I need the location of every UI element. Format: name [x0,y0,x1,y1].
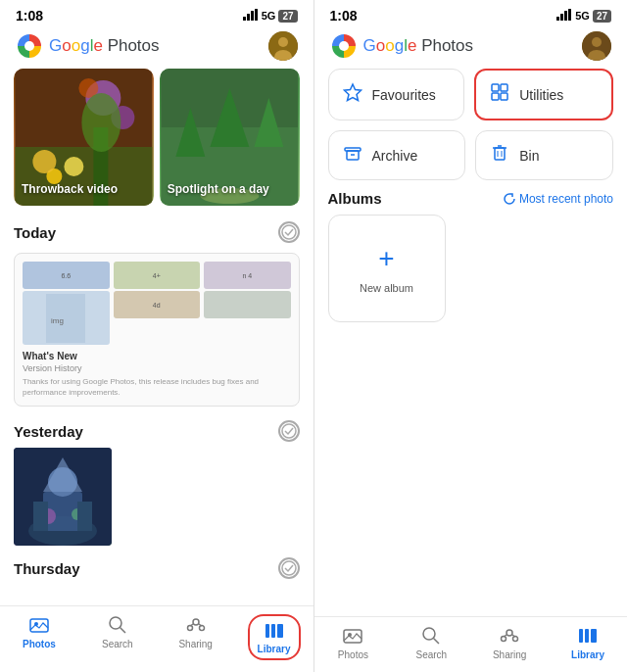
battery-right: 27 [593,10,611,23]
app-header-right: Google Photos [314,27,628,69]
most-recent-link[interactable]: Most recent photo [503,192,613,206]
yesterday-title: Yesterday [14,423,83,440]
svg-rect-36 [77,502,92,531]
preview-cell-4: 4d [114,291,201,318]
library-row-1: Favourites Utilities [328,69,614,120]
archive-label: Archive [372,148,418,164]
app-header-left: Google Photos [0,27,314,69]
svg-rect-61 [492,93,499,100]
memory-throwback[interactable]: HD Throwback video [14,69,154,206]
svg-line-45 [190,624,193,626]
tab-library-left[interactable]: Library [235,614,314,660]
library-grid: Favourites Utilities [314,69,628,190]
preview-sub: Version History [23,363,291,373]
tab-search-label-right: Search [415,649,447,660]
preview-grid: 6.6 img 4+ 4d n 4 [23,262,291,345]
tab-bar-right: Photos Search Sharing [314,616,628,672]
svg-line-74 [434,639,440,645]
plus-icon: + [378,243,394,274]
tab-library-right[interactable]: Library [549,625,627,660]
yesterday-check[interactable] [278,420,300,442]
tab-search-left[interactable]: Search [78,614,157,660]
status-icons-right: 5G 27 [556,9,611,23]
yesterday-section-header: Yesterday [0,414,314,448]
svg-point-77 [513,637,518,642]
svg-point-40 [110,617,121,629]
status-bar-left: 1:08 5G 27 [0,0,314,27]
sharing-tab-icon-left [185,614,207,636]
svg-point-4 [24,41,34,51]
svg-rect-50 [556,17,559,21]
yesterday-photo-bg [14,448,112,546]
preview-label: What's New [23,351,291,361]
svg-rect-49 [277,624,283,638]
tab-sharing-left[interactable]: Sharing [157,614,235,660]
thursday-section-header: Thursday [14,552,300,585]
yesterday-photo[interactable] [14,448,112,546]
tab-library-label-right: Library [571,649,604,660]
logo-left: Google Photos [16,32,160,60]
svg-rect-59 [492,84,499,91]
svg-marker-58 [344,84,361,101]
today-title: Today [14,224,56,241]
tab-search-right[interactable]: Search [392,625,470,660]
albums-title: Albums [328,190,382,207]
tab-bar-left: Photos Search Sharing [0,605,314,672]
time-right: 1:08 [330,8,358,24]
new-album-card[interactable]: + New album [328,215,446,322]
archive-btn[interactable]: Archive [328,130,466,180]
svg-line-78 [504,635,506,637]
svg-point-76 [502,637,506,642]
svg-point-56 [592,37,602,47]
svg-point-43 [187,626,192,631]
tab-sharing-right[interactable]: Sharing [470,625,549,660]
archive-icon [343,143,362,168]
svg-rect-2 [251,11,254,21]
svg-rect-67 [495,148,505,160]
svg-point-17 [32,150,56,173]
utilities-btn[interactable]: Utilities [474,69,613,120]
svg-point-42 [193,619,199,625]
new-album-label: New album [360,282,413,294]
albums-header: Albums Most recent photo [328,190,614,207]
svg-point-44 [199,626,204,631]
avatar-left[interactable] [268,31,298,61]
svg-rect-80 [579,629,583,643]
svg-point-75 [506,630,512,636]
tab-library-label-left: Library [258,644,291,654]
avatar-right[interactable] [582,31,611,61]
svg-line-46 [199,624,202,626]
bin-label: Bin [519,148,539,164]
star-icon [343,82,362,107]
preview-cell-5: n 4 [204,262,291,289]
throwback-label: Throwback video [22,182,118,198]
tab-photos-right[interactable]: Photos [314,625,393,660]
photos-tab-icon-right [342,625,363,647]
status-bar-right: 1:08 5G 27 [314,0,628,27]
logo-pinwheel [16,32,43,60]
svg-rect-0 [243,17,246,21]
today-section-header: Today [0,216,314,249]
svg-point-24 [282,225,296,239]
today-preview-card: 6.6 img 4+ 4d n 4 What's [14,253,300,407]
tab-search-label-left: Search [102,639,133,649]
thursday-check[interactable] [278,557,300,579]
today-check[interactable] [278,221,300,243]
tab-photos-left[interactable]: Photos [0,614,78,660]
svg-rect-52 [564,11,567,21]
svg-point-54 [339,41,349,51]
memory-spotlight[interactable]: Spotlight on a day [160,69,300,206]
svg-rect-35 [33,502,48,531]
signal-bars-icon-right [556,9,572,23]
bin-btn[interactable]: Bin [475,130,613,180]
tab-photos-label-left: Photos [23,639,56,649]
refresh-icon [503,192,516,206]
logo-text-left: Google Photos [49,36,160,56]
favourites-btn[interactable]: Favourites [328,69,465,120]
svg-point-73 [423,628,435,640]
library-row-2: Archive Bin [328,130,614,180]
preview-desc: Thanks for using Google Photos, this rel… [23,376,291,398]
svg-rect-60 [501,84,507,91]
spotlight-label: Spotlight on a day [168,182,269,198]
search-tab-icon-left [107,614,128,636]
